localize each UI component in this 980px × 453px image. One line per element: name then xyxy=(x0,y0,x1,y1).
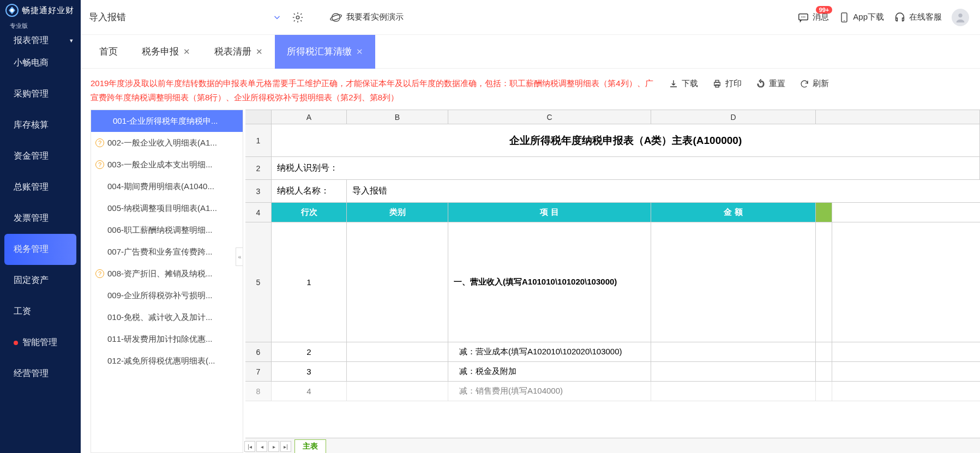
nav-item-invoice[interactable]: 发票管理 xyxy=(0,203,81,234)
row-header[interactable]: 2 xyxy=(245,157,272,179)
tree-item-010[interactable]: 010-免税、减计收入及加计... xyxy=(91,306,243,328)
title-dropdown[interactable] xyxy=(272,13,282,22)
nav-item-tax[interactable]: 税务管理 xyxy=(4,234,76,265)
nav-item-smart[interactable]: 智能管理 xyxy=(0,327,81,358)
row-header[interactable]: 6 xyxy=(245,342,272,361)
tab-income-tax[interactable]: 所得税汇算清缴✕ xyxy=(275,35,375,69)
nav-item-assets[interactable]: 固定资产 xyxy=(0,265,81,296)
cell-category[interactable] xyxy=(347,362,448,381)
cell-line[interactable]: 4 xyxy=(272,382,347,401)
refresh-button[interactable]: 刷新 xyxy=(799,78,829,89)
tree-item-004[interactable]: 004-期间费用明细表(A1040... xyxy=(91,176,243,197)
tree-item-009[interactable]: 009-企业所得税弥补亏损明... xyxy=(91,285,243,306)
header-category: 类别 xyxy=(347,203,448,222)
col-header-B[interactable]: B xyxy=(347,110,448,124)
row-header[interactable]: 5 xyxy=(245,222,272,342)
extra-col xyxy=(816,203,832,222)
tab-tax-declare[interactable]: 税务申报✕ xyxy=(130,35,202,69)
nav-item-ledger[interactable]: 总账管理 xyxy=(0,172,81,203)
cell-amount[interactable] xyxy=(651,362,816,381)
tree-item-008[interactable]: ?008-资产折旧、摊销及纳税... xyxy=(91,263,243,285)
tree-item-011[interactable]: 011-研发费用加计扣除优惠... xyxy=(91,328,243,350)
cell-line[interactable]: 1 xyxy=(272,222,347,342)
sheet-title: 企业所得税年度纳税申报表（A类）主表(A100000) xyxy=(272,124,980,156)
cell-line[interactable]: 2 xyxy=(272,342,347,361)
svg-point-1 xyxy=(10,9,14,12)
spreadsheet: A B C D 1企业所得税年度纳税申报表（A类）主表(A100000) 2纳税… xyxy=(245,110,980,453)
cell-amount[interactable] xyxy=(651,382,816,401)
page-title: 导入报错 xyxy=(89,11,126,23)
tree-item-012[interactable]: 012-减免所得税优惠明细表(... xyxy=(91,350,243,372)
nav-item-reports[interactable]: 报表管理▾ xyxy=(0,33,81,47)
sheet-nav-prev[interactable]: ◂ xyxy=(256,441,267,452)
tree-item-005[interactable]: 005-纳税调整项目明细表(A1... xyxy=(91,197,243,219)
row-header[interactable]: 8 xyxy=(245,382,272,401)
help-icon: ? xyxy=(95,160,104,169)
sidebar: 畅捷通好业财 专业版 报表管理▾ 小畅电商 采购管理 库存核算 资金管理 总账管… xyxy=(0,0,81,453)
col-header-A[interactable]: A xyxy=(272,110,347,124)
sheet-nav-first[interactable]: |◂ xyxy=(244,441,255,452)
cell-category[interactable] xyxy=(347,342,448,361)
col-header-D[interactable]: D xyxy=(651,110,816,124)
nav-item-inventory[interactable]: 库存核算 xyxy=(0,110,81,141)
cell-item[interactable]: 减：营业成本(填写A102010\102020\103000) xyxy=(448,342,651,361)
cell-item[interactable]: 减：税金及附加 xyxy=(448,362,651,381)
tab-strip: 首页 税务申报✕ 税表清册✕ 所得税汇算清缴✕ xyxy=(81,35,980,69)
sheet-tab-main[interactable]: 主表 xyxy=(294,439,326,453)
header-line: 行次 xyxy=(272,203,347,222)
cell-item[interactable]: 减：销售费用(填写A104000) xyxy=(448,382,651,401)
sheet-nav-next[interactable]: ▸ xyxy=(268,441,279,452)
cell-amount[interactable] xyxy=(651,222,816,342)
tab-tax-register[interactable]: 税表清册✕ xyxy=(202,35,275,69)
row-header[interactable]: 1 xyxy=(245,124,272,156)
collapse-tree-button[interactable]: « xyxy=(236,247,243,266)
print-button[interactable]: 打印 xyxy=(712,78,742,89)
content-body: 001-企业所得税年度纳税申... ?002-一般企业收入明细表(A1... ?… xyxy=(81,110,980,453)
nav-item-biz[interactable]: 经营管理 xyxy=(0,358,81,389)
user-icon xyxy=(954,11,966,23)
row-header[interactable]: 7 xyxy=(245,362,272,381)
tree-item-006[interactable]: 006-职工薪酬纳税调整明细... xyxy=(91,219,243,241)
tree-item-003[interactable]: ?003-一般企业成本支出明细... xyxy=(91,154,243,176)
nav-item-purchase[interactable]: 采购管理 xyxy=(0,78,81,110)
form-tree: 001-企业所得税年度纳税申... ?002-一般企业收入明细表(A1... ?… xyxy=(91,110,243,453)
close-icon[interactable]: ✕ xyxy=(183,47,190,57)
settings-button[interactable] xyxy=(292,11,304,23)
nav-item-ecommerce[interactable]: 小畅电商 xyxy=(0,47,81,78)
tab-home[interactable]: 首页 xyxy=(87,35,130,69)
cell-category[interactable] xyxy=(347,382,448,401)
messages-button[interactable]: 消息 99+ xyxy=(797,11,829,23)
demo-link[interactable]: 我要看实例演示 xyxy=(330,11,404,23)
cell-amount[interactable] xyxy=(651,342,816,361)
nav-item-funds[interactable]: 资金管理 xyxy=(0,141,81,172)
phone-icon xyxy=(839,11,850,23)
row-header[interactable]: 4 xyxy=(245,203,272,222)
svg-point-2 xyxy=(296,16,299,19)
app-download-button[interactable]: App下载 xyxy=(839,11,884,23)
cell-category[interactable] xyxy=(347,222,448,342)
close-icon[interactable]: ✕ xyxy=(356,47,363,57)
grid[interactable]: 1企业所得税年度纳税申报表（A类）主表(A100000) 2纳税人识别号： 3纳… xyxy=(245,124,980,438)
close-icon[interactable]: ✕ xyxy=(256,47,263,57)
nav-item-salary[interactable]: 工资 xyxy=(0,296,81,327)
column-header-row: A B C D xyxy=(245,110,980,124)
download-button[interactable]: 下载 xyxy=(669,78,698,89)
row-header[interactable]: 3 xyxy=(245,180,272,202)
alert-dot-icon xyxy=(14,341,18,345)
sheet-nav-last[interactable]: ▸| xyxy=(280,441,291,452)
tree-item-002[interactable]: ?002-一般企业收入明细表(A1... xyxy=(91,132,243,154)
avatar[interactable] xyxy=(952,9,969,26)
taxpayer-name-value: 导入报错 xyxy=(347,180,980,202)
reset-button[interactable]: 重置 xyxy=(756,78,785,89)
brand-name: 畅捷通好业财 xyxy=(22,5,74,16)
brand: 畅捷通好业财 xyxy=(0,0,81,21)
headset-icon xyxy=(894,11,906,23)
main: 导入报错 我要看实例演示 消息 99+ App下载 在线客服 xyxy=(81,0,980,453)
tree-item-001[interactable]: 001-企业所得税年度纳税申... xyxy=(91,110,243,132)
cell-line[interactable]: 3 xyxy=(272,362,347,381)
col-header-C[interactable]: C xyxy=(448,110,651,124)
tree-item-007[interactable]: 007-广告费和业务宣传费跨... xyxy=(91,241,243,263)
cell-item[interactable]: 一、营业收入(填写A101010\101020\103000) xyxy=(448,222,651,342)
select-all-corner[interactable] xyxy=(245,110,272,124)
support-button[interactable]: 在线客服 xyxy=(894,11,942,23)
